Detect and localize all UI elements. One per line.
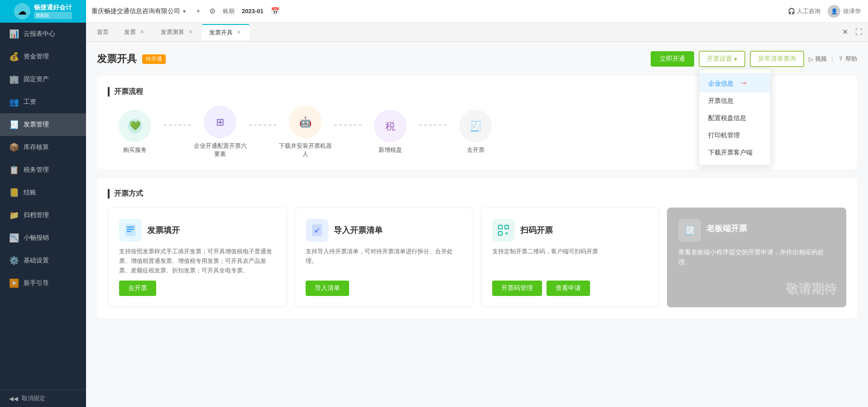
settings-dropdown-wrapper: 开票设置 ▾ 企业信息 → 开票信息 (699, 51, 745, 67)
abnormal-button[interactable]: 异常清单查询 (750, 51, 804, 67)
svg-rect-12 (499, 225, 502, 229)
page-title: 发票开具 (97, 52, 137, 66)
tab-invoice[interactable]: 发票 ✕ (117, 24, 153, 40)
svg-text:💚: 💚 (129, 120, 141, 131)
settings-button[interactable]: 开票设置 ▾ (699, 51, 745, 67)
settlement-icon: 📒 (9, 188, 19, 198)
methods-grid: 发票填开 支持按照发票样式手工填开发票；可开具增值税电子普通发票、增值税普通发票… (108, 208, 846, 307)
reports-icon: 📊 (9, 29, 19, 39)
method-card-fill: 发票填开 支持按照发票样式手工填开发票；可开具增值税电子普通发票、增值税普通发票… (108, 208, 287, 307)
content-area: 首页 发票 ✕ 发票测算 ✕ 发票开具 ✕ ✕ ⛶ 发票开具 (86, 23, 868, 407)
sidebar-item-settlement[interactable]: 📒 结账 (0, 181, 86, 204)
activate-button[interactable]: 立即开通 (651, 51, 694, 67)
flow-step-label-2: 企业开通配置开票六要素 (193, 142, 247, 158)
tab-close-icon[interactable]: ✕ (139, 29, 145, 35)
flow-step-label-5: 去开票 (467, 146, 484, 154)
flow-step-1: 💚 购买服务 (108, 110, 162, 154)
fill-invoice-icon (119, 219, 142, 242)
view-apply-button[interactable]: 查看申请 (547, 281, 590, 296)
method-title: 发票填开 (147, 225, 180, 236)
flow-step-5: 🧾 去开票 (448, 110, 503, 154)
help-icon: ？ (838, 55, 844, 63)
flow-step-label-3: 下载并安装开票机器人 (278, 142, 332, 158)
sidebar-item-label: 归档管理 (24, 211, 49, 219)
tab-home[interactable]: 首页 (90, 24, 116, 40)
expense-icon: 📉 (9, 233, 19, 243)
sidebar-item-archive[interactable]: 📁 归档管理 (0, 204, 86, 227)
sidebar-item-assets[interactable]: 🏢 固定资产 (0, 68, 86, 91)
dropdown-item-invoice-info[interactable]: 开票信息 (699, 92, 771, 110)
sidebar-item-label: 税务管理 (24, 166, 49, 174)
assets-icon: 🏢 (9, 74, 19, 84)
method-card-scan: 扫码开票 支持定制开票二维码，客户端可扫码开票 开票码管理 查看申请 (481, 208, 660, 307)
sidebar-pin-button[interactable]: ◀◀ 取消固定 (0, 389, 86, 407)
tab-label: 发票开具 (209, 29, 233, 37)
calendar-icon[interactable]: 📅 (271, 7, 280, 15)
method-card-header: 扫码开票 (492, 219, 649, 242)
flow-step-label-4: 新增税盘 (379, 146, 402, 154)
dropdown-item-printer[interactable]: 打印机管理 (699, 127, 771, 144)
headset-icon: 🎧 (788, 8, 795, 15)
tab-close-icon[interactable]: ✕ (187, 29, 194, 35)
sidebar-item-label: 云报表中心 (24, 30, 55, 38)
dropdown-item-company[interactable]: 企业信息 → (699, 73, 771, 92)
fill-invoice-button[interactable]: 去开票 (119, 281, 156, 296)
flow-step-icon-3: 🤖 (289, 106, 321, 138)
sidebar-item-invoice[interactable]: 🧾 发票管理 (0, 113, 86, 136)
boss-invoice-icon: 🧾 (678, 219, 701, 242)
video-button[interactable]: ▷ 视频 (809, 55, 827, 63)
sidebar-item-payroll[interactable]: 👥 工资 (0, 91, 86, 113)
inventory-icon: 📦 (9, 142, 19, 152)
close-tab-icon[interactable]: ✕ (840, 26, 850, 38)
sidebar-scroll: 📊 云报表中心 💰 资金管理 🏢 固定资产 👥 工资 🧾 发票管理 📦 (0, 23, 86, 389)
topbar-actions: ＋ ⚙ 账期 2023-01 📅 (195, 6, 280, 16)
method-title: 扫码开票 (520, 225, 553, 236)
page-content: 发票开具 待开通 立即开通 开票设置 ▾ 企业信息 → (86, 42, 868, 407)
user-info[interactable]: 👤 徐泽华 (828, 5, 861, 18)
company-selector[interactable]: 重庆畅捷交通信息咨询有限公司 ▾ (91, 7, 186, 15)
sidebar-item-reports[interactable]: 📊 云报表中心 (0, 23, 86, 45)
flow-divider-2 (249, 125, 276, 126)
svg-rect-6 (125, 224, 135, 236)
flow-step-2: ⊞ 企业开通配置开票六要素 (193, 106, 247, 158)
dropdown-item-tax-config[interactable]: 配置税盘信息 (699, 110, 771, 127)
import-invoice-icon: ↙ (306, 219, 328, 242)
sidebar-item-settings[interactable]: ⚙️ 基础设置 (0, 249, 86, 272)
method-card-header: 🧾 老板端开票 (678, 219, 835, 242)
sidebar-item-label: 小畅报销 (24, 234, 49, 242)
invoice-icon: 🧾 (9, 120, 19, 130)
sidebar-item-expense[interactable]: 📉 小畅报销 (0, 227, 86, 249)
flow-step-label-1: 购买服务 (123, 146, 147, 154)
tab-label: 发票测算 (161, 28, 184, 36)
add-icon[interactable]: ＋ (195, 6, 202, 16)
sidebar-item-guide[interactable]: ▶️ 新手引导 (0, 272, 86, 295)
tab-invoice-calc[interactable]: 发票测算 ✕ (153, 24, 201, 40)
archive-icon: 📁 (9, 210, 19, 220)
methods-section-title: 开票方式 (108, 189, 846, 199)
settings-icon[interactable]: ⚙ (209, 7, 216, 15)
sidebar-item-label: 库存核算 (24, 143, 49, 151)
status-badge: 待开通 (142, 54, 166, 64)
flow-step-icon-1: 💚 (119, 110, 151, 142)
sidebar-item-funds[interactable]: 💰 资金管理 (0, 45, 86, 68)
top-bar: ☁ 畅捷通好会计 旗舰版 重庆畅捷交通信息咨询有限公司 ▾ ＋ ⚙ 账期 202… (0, 0, 868, 23)
sidebar-item-inventory[interactable]: 📦 库存核算 (0, 136, 86, 159)
sidebar-item-tax[interactable]: 📋 税务管理 (0, 159, 86, 181)
page-header: 发票开具 待开通 立即开通 开票设置 ▾ 企业信息 → (97, 51, 857, 67)
method-card-import: ↙ 导入开票清单 支持导入待开票清单，可对待开票清单进行拆分、合并处理。 导入清… (294, 208, 474, 307)
consult-button[interactable]: 🎧 人工咨询 (788, 7, 820, 15)
help-button[interactable]: ？ 帮助 (838, 55, 857, 63)
tab-label: 首页 (97, 28, 109, 36)
tab-invoice-issue[interactable]: 发票开具 ✕ (202, 24, 249, 40)
svg-text:🤖: 🤖 (299, 116, 312, 128)
import-list-button[interactable]: 导入清单 (306, 281, 349, 296)
dropdown-item-download-client[interactable]: 下载开票客户端 (699, 144, 771, 161)
avatar: 👤 (828, 5, 840, 18)
expand-tab-icon[interactable]: ⛶ (854, 26, 864, 38)
red-arrow-icon: → (739, 78, 748, 88)
flow-divider-1 (164, 125, 191, 126)
chevron-down-icon: ▾ (183, 8, 186, 15)
scan-code-manage-button[interactable]: 开票码管理 (492, 281, 542, 296)
flow-step-icon-2: ⊞ (204, 106, 236, 138)
tab-close-icon[interactable]: ✕ (235, 29, 242, 36)
